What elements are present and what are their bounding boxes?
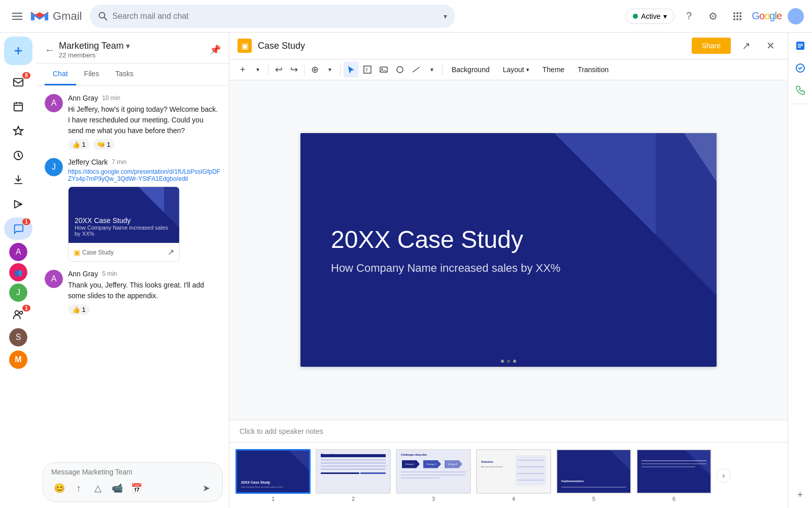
upload-button[interactable]: ↑ bbox=[71, 480, 87, 496]
send-button[interactable]: ➤ bbox=[198, 480, 214, 496]
sidebar-item-spaces[interactable]: 1 bbox=[4, 304, 32, 326]
team-members: 22 members bbox=[59, 51, 206, 59]
add-tool-button[interactable]: + bbox=[235, 61, 250, 78]
chat-input-box: 😊 ↑ △ 📹 📅 ➤ bbox=[43, 462, 223, 502]
active-status-button[interactable]: Active ▾ bbox=[625, 9, 674, 24]
contact-avatar-4[interactable]: S bbox=[9, 328, 27, 346]
background-button[interactable]: Background bbox=[446, 61, 496, 78]
google-logo: Google bbox=[752, 10, 782, 22]
contact-avatar-1[interactable]: A bbox=[9, 243, 27, 261]
ann-gray-avatar: A bbox=[45, 94, 63, 112]
close-slides-button[interactable]: ✕ bbox=[761, 37, 780, 55]
contact-avatar-2[interactable]: 👥 bbox=[9, 263, 27, 281]
slide-thumbnail-5[interactable]: Implementation bbox=[556, 449, 631, 494]
hamburger-button[interactable] bbox=[8, 7, 26, 25]
right-panel: + bbox=[788, 33, 812, 508]
right-panel-phone-button[interactable] bbox=[791, 81, 809, 100]
sidebar-item-downloads[interactable] bbox=[4, 169, 32, 191]
sidebar-item-mail[interactable]: 8 bbox=[4, 71, 32, 93]
slide-num-4: 4 bbox=[512, 496, 515, 502]
link-url[interactable]: https://docs.google.com/presentation/d/1… bbox=[68, 168, 221, 182]
spaces-icon bbox=[13, 309, 24, 321]
slide-thumbnail-4[interactable]: Solution Most premium sub-store bbox=[476, 449, 551, 494]
right-panel-tasks-button[interactable] bbox=[791, 59, 809, 77]
line-chevron-button[interactable]: ▾ bbox=[425, 61, 439, 78]
redo-button[interactable]: ↪ bbox=[287, 61, 301, 78]
slide-thumbnail-3[interactable]: Challenges deep-dive Strategy 1 Strategy… bbox=[396, 449, 471, 494]
user-avatar[interactable] bbox=[788, 8, 804, 24]
link-subtitle: How Company Name increased sales by XX% bbox=[75, 225, 173, 237]
transition-button[interactable]: Transition bbox=[571, 61, 615, 78]
settings-button[interactable]: ⚙ bbox=[703, 6, 723, 26]
tab-files[interactable]: Files bbox=[76, 64, 108, 85]
add-chevron-button[interactable]: ▾ bbox=[251, 61, 265, 78]
svg-rect-18 bbox=[14, 79, 23, 86]
right-panel-notes-button[interactable] bbox=[791, 37, 809, 55]
contact-avatar-m[interactable]: M bbox=[9, 351, 27, 369]
right-panel-add-button[interactable]: + bbox=[791, 486, 809, 504]
theme-button[interactable]: Theme bbox=[536, 61, 571, 78]
slides-toolbar: + ▾ ↩ ↪ ⊕ ▾ T ▾ bbox=[229, 59, 788, 80]
back-button[interactable]: ← bbox=[45, 44, 55, 56]
speaker-notes[interactable]: Click to add speaker notes bbox=[229, 420, 788, 442]
calendar-button[interactable]: 📅 bbox=[128, 480, 145, 496]
image-tool-button[interactable] bbox=[376, 61, 391, 78]
sidebar-item-recent[interactable] bbox=[4, 144, 32, 167]
search-bar[interactable]: ▾ bbox=[90, 5, 455, 28]
chat-input[interactable] bbox=[51, 468, 214, 476]
jeffery-clark-avatar: J bbox=[45, 158, 63, 176]
reaction-thumbsup-3[interactable]: 👍 1 bbox=[68, 304, 90, 315]
toolbar-divider-1 bbox=[268, 64, 268, 76]
svg-text:A: A bbox=[51, 99, 57, 107]
sidebar-item-calendar[interactable] bbox=[4, 96, 32, 118]
contact-avatar-3[interactable]: J bbox=[9, 283, 27, 302]
sidebar-item-starred[interactable] bbox=[4, 120, 32, 142]
message-header-2: Jeffery Clark 7 min bbox=[68, 158, 221, 166]
slide-canvas[interactable]: 20XX Case Study How Company Name increas… bbox=[300, 133, 717, 367]
pin-button[interactable]: 📌 bbox=[210, 44, 221, 55]
sidebar-item-sent[interactable] bbox=[4, 193, 32, 215]
team-name-chevron-icon[interactable]: ▾ bbox=[126, 41, 130, 51]
layout-button[interactable]: Layout ▾ bbox=[497, 61, 535, 78]
slides-area: ▣ Case Study Share ↗ ✕ + ▾ ↩ ↪ ⊕ ▾ T bbox=[229, 33, 788, 508]
zoom-chevron-button[interactable]: ▾ bbox=[323, 61, 337, 78]
zoom-button[interactable]: ⊕ bbox=[308, 61, 322, 78]
search-input[interactable] bbox=[112, 12, 439, 21]
slide-thumbnail-6[interactable] bbox=[636, 449, 712, 494]
link-open-button[interactable]: ↗ bbox=[167, 247, 174, 257]
open-in-new-button[interactable]: ↗ bbox=[737, 37, 755, 55]
slide-thumbnail-2[interactable]: The problem bbox=[316, 449, 391, 494]
compose-button[interactable] bbox=[4, 37, 32, 65]
slide-thumbnail-1[interactable]: 20XX Case Study How Company Name increas… bbox=[235, 449, 311, 494]
drive-button[interactable]: △ bbox=[90, 480, 106, 496]
transition-label: Transition bbox=[578, 66, 608, 74]
tab-tasks[interactable]: Tasks bbox=[107, 64, 142, 85]
topbar-right: Active ▾ ? ⚙ Google bbox=[625, 6, 804, 26]
gmail-sidebar: 8 1 A 👥 J bbox=[0, 33, 37, 508]
svg-point-5 bbox=[733, 12, 735, 14]
slides-title: Case Study bbox=[258, 41, 686, 51]
text-tool-button[interactable]: T bbox=[360, 61, 375, 78]
next-slide-button[interactable]: › bbox=[717, 468, 731, 483]
shape-tool-button[interactable] bbox=[392, 61, 408, 78]
svg-point-12 bbox=[736, 18, 738, 20]
emoji-button[interactable]: 😊 bbox=[51, 480, 67, 496]
compose-icon bbox=[12, 45, 24, 57]
active-dot bbox=[633, 14, 638, 19]
line-tool-button[interactable] bbox=[409, 61, 424, 78]
gmail-logo[interactable]: Gmail bbox=[30, 9, 82, 23]
video-button[interactable]: 📹 bbox=[109, 480, 125, 496]
message-reactions-1: 👍 1 🤜 1 bbox=[68, 139, 221, 150]
undo-button[interactable]: ↩ bbox=[272, 61, 286, 78]
sidebar-item-chat[interactable]: 1 bbox=[4, 217, 32, 240]
reaction-thumbsup[interactable]: 👍 1 bbox=[68, 139, 90, 150]
tab-chat[interactable]: Chat bbox=[45, 64, 76, 85]
search-chevron-icon[interactable]: ▾ bbox=[444, 12, 447, 20]
svg-rect-1 bbox=[12, 16, 22, 17]
help-button[interactable]: ? bbox=[679, 6, 699, 26]
apps-button[interactable] bbox=[727, 6, 748, 26]
search-icon bbox=[98, 11, 108, 21]
select-tool-button[interactable] bbox=[344, 61, 359, 78]
share-button[interactable]: Share bbox=[692, 38, 731, 54]
reaction-fist[interactable]: 🤜 1 bbox=[93, 139, 115, 150]
